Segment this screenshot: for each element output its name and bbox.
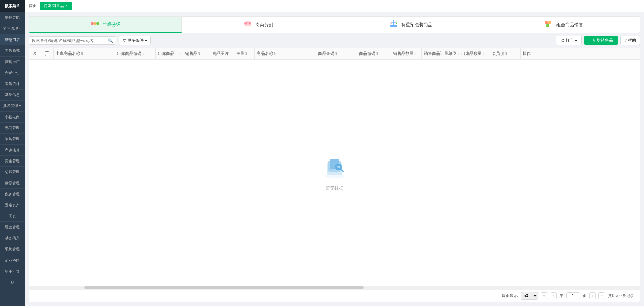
- tab-close-icon[interactable]: ×: [65, 4, 68, 8]
- th-gear[interactable]: ⚙: [29, 48, 41, 59]
- sidebar-item-settings[interactable]: ⚙: [0, 277, 25, 288]
- help-button[interactable]: ? 帮助: [620, 36, 640, 45]
- sidebar-item-ecom-mgmt[interactable]: 电商管理: [0, 123, 25, 134]
- wholesale-arrow: ▼: [19, 104, 21, 108]
- th-prod-name-sort[interactable]: ⇅: [274, 52, 276, 55]
- th-img: 商品图片: [210, 48, 234, 59]
- th-barcode-sort[interactable]: ⇅: [335, 52, 338, 55]
- sidebar-item-retail-mgmt[interactable]: 零售管理 ▲: [0, 23, 25, 34]
- sidebar-item-invoice-mgmt[interactable]: 发票管理: [0, 178, 25, 189]
- meat-split-icon: [243, 20, 253, 29]
- sidebar-item-wages[interactable]: 工资: [0, 211, 25, 222]
- sidebar-item-basic-info[interactable]: 基础信息: [0, 90, 25, 101]
- last-page-button[interactable]: »: [598, 292, 605, 299]
- th-member-price-sort[interactable]: ⇅: [505, 52, 507, 55]
- topbar: 首页 特殊销售品 ×: [25, 0, 644, 12]
- retail-mgmt-arrow: ▲: [19, 27, 21, 30]
- toolbar-right: 🖨 打印 ▾ + 新增销售品 ? 帮助: [556, 36, 640, 45]
- th-weight-sort[interactable]: ⇅: [245, 52, 248, 55]
- new-product-label: + 新增销售品: [589, 37, 613, 43]
- sidebar-item-ops-mgmt[interactable]: 经营管理: [0, 222, 25, 233]
- new-product-button[interactable]: + 新增销售品: [584, 36, 618, 45]
- tab-combo-sale[interactable]: 组合商品销售: [487, 17, 640, 33]
- filter-label: 更多条件: [127, 37, 144, 43]
- tab-meat-split-label: 肉类分割: [255, 22, 273, 28]
- th-checkbox[interactable]: [41, 48, 54, 59]
- toolbar-left: 🔍 ▽ 更多条件 ▾: [29, 36, 151, 45]
- search-icon[interactable]: 🔍: [108, 38, 113, 43]
- select-all-checkbox[interactable]: [45, 51, 49, 56]
- th-sale-item-sort[interactable]: ⇅: [198, 52, 200, 55]
- th-out-short-sort[interactable]: ⇅: [178, 52, 181, 55]
- prev-page-button[interactable]: ‹: [551, 292, 557, 299]
- combo-sale-icon: [544, 20, 554, 29]
- function-tabs: 生鲜分级 肉类分割: [29, 16, 640, 33]
- scrollbar-thumb[interactable]: [84, 286, 364, 289]
- th-prod-code: 商品编码 ⇅: [357, 48, 391, 59]
- per-page-select[interactable]: 50 10 20 100: [521, 292, 538, 300]
- th-out-name: 出库商品名称 ⇅: [54, 48, 115, 59]
- svg-rect-8: [393, 23, 394, 25]
- active-tab[interactable]: 特殊销售品 ×: [40, 2, 72, 10]
- sidebar-item-fixed-assets[interactable]: 固定资产: [0, 200, 25, 211]
- search-input[interactable]: [32, 38, 107, 43]
- sidebar-item-marketing[interactable]: 营销推广: [0, 57, 25, 67]
- sidebar-item-enterprise-coop[interactable]: 企业协同: [0, 255, 25, 266]
- tab-fresh-grade[interactable]: 生鲜分级: [29, 17, 182, 33]
- th-out-qty: 出库品数量 ⇅: [459, 48, 490, 59]
- tab-meat-split[interactable]: 肉类分割: [182, 17, 334, 33]
- th-sale-qty-sort[interactable]: ⇅: [414, 52, 417, 55]
- th-out-qty-sort[interactable]: ⇅: [482, 52, 485, 55]
- breadcrumb-home[interactable]: 首页: [29, 3, 37, 9]
- sidebar-item-purchase-mgmt[interactable]: 采购管理: [0, 134, 25, 144]
- per-page-label: 每页显示: [501, 293, 518, 299]
- sidebar-item-inventory-check[interactable]: 库存核算: [0, 145, 25, 156]
- sidebar-item-smart-store[interactable]: 智慧门店: [0, 34, 25, 45]
- svg-point-5: [249, 22, 251, 24]
- svg-point-12: [391, 23, 392, 24]
- svg-rect-7: [390, 25, 397, 27]
- print-button[interactable]: 🖨 打印 ▾: [556, 36, 582, 45]
- th-out-name-sort[interactable]: ⇅: [81, 52, 83, 55]
- th-actions: 操作: [521, 48, 640, 59]
- th-sale-qty: 销售品数量 ⇅: [391, 48, 422, 59]
- sidebar-item-general-ledger[interactable]: 总账管理: [0, 167, 25, 178]
- svg-point-13: [396, 23, 397, 24]
- th-out-code-sort[interactable]: ⇅: [142, 52, 145, 55]
- help-label: 帮助: [628, 37, 636, 43]
- th-out-short: 出库商品... ⇅: [156, 48, 183, 59]
- first-page-button[interactable]: «: [541, 292, 548, 299]
- sidebar-item-retail-mall[interactable]: 零售商城: [0, 45, 25, 56]
- sidebar-item-wholesale-mgmt[interactable]: 批发管理 ▼: [0, 101, 25, 111]
- toolbar: 🔍 ▽ 更多条件 ▾ 🖨 打印 ▾ + 新增销售品 ?: [29, 36, 640, 45]
- sidebar-item-tax-mgmt[interactable]: 税务管理: [0, 189, 25, 200]
- th-sale-item: 销售品 ⇅: [183, 48, 210, 59]
- svg-point-0: [91, 22, 94, 25]
- page-input[interactable]: [566, 292, 580, 299]
- sidebar-item-quick-nav[interactable]: 快捷导航: [0, 12, 25, 23]
- fresh-grade-icon: [90, 20, 100, 29]
- sidebar-item-capital-mgmt[interactable]: 资金管理: [0, 156, 25, 167]
- main-content: 首页 特殊销售品 × 生鲜分级: [25, 0, 644, 306]
- th-member-price: 会员价 ⇅: [490, 48, 521, 59]
- th-prod-code-sort[interactable]: ⇅: [376, 52, 378, 55]
- filter-icon: ▽: [123, 38, 126, 43]
- sidebar-item-member-center[interactable]: 会员中心: [0, 67, 25, 78]
- sidebar-item-system-mgmt[interactable]: 系统管理: [0, 244, 25, 255]
- weigh-prepack-icon: [389, 20, 399, 29]
- sidebar-item-new-guide[interactable]: 新手引导: [0, 266, 25, 277]
- sidebar-item-mini-ecom[interactable]: 小畅电商: [0, 112, 25, 123]
- next-page-button[interactable]: ›: [589, 292, 596, 299]
- empty-state: 暂无数据: [321, 154, 348, 192]
- page-label: 第: [559, 293, 564, 299]
- sidebar-item-retail-stats[interactable]: 零售统计: [0, 78, 25, 89]
- filter-button[interactable]: ▽ 更多条件 ▾: [119, 36, 151, 45]
- sidebar: 搜索菜单 快捷导航 零售管理 ▲ 智慧门店 零售商城 营销推广 会员中心 零售统…: [0, 0, 25, 306]
- pagination: 每页显示 50 10 20 100 « ‹ 第 页 › » 共0页 0条记录: [29, 290, 640, 302]
- tab-weigh-prepack[interactable]: 称重预包装商品: [334, 17, 487, 33]
- sidebar-item-basic-info2[interactable]: 基础信息: [0, 233, 25, 244]
- horizontal-scrollbar[interactable]: [29, 286, 640, 290]
- th-barcode: 商品条码 ⇅: [316, 48, 357, 59]
- help-icon: ?: [624, 38, 627, 43]
- svg-rect-16: [546, 24, 549, 27]
